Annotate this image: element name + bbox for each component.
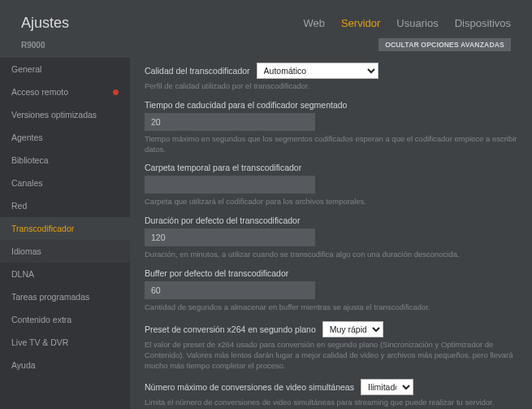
tab-usuarios[interactable]: Usuarios xyxy=(396,17,438,29)
sidebar-item-general[interactable]: General xyxy=(0,58,130,80)
warning-icon xyxy=(113,89,119,95)
duration-label: Duración por defecto del transcodificado… xyxy=(145,215,517,225)
tempdir-input[interactable] xyxy=(145,176,315,194)
sidebar-item-label: Transcodificador xyxy=(11,224,74,233)
sidebar-item-label: Biblioteca xyxy=(11,155,49,165)
maxconv-select[interactable]: Ilimitado xyxy=(361,379,413,395)
sidebar-item-red[interactable]: Red xyxy=(0,194,130,217)
tempdir-hint: Carpeta que utilizará el codificador par… xyxy=(145,197,517,207)
maxconv-hint: Limita el número de conversiones de vide… xyxy=(145,398,517,408)
sidebar-item-biblioteca[interactable]: Biblioteca xyxy=(0,149,130,172)
sidebar-item-idiomas[interactable]: Idiomas xyxy=(0,240,130,263)
quality-label: Calidad del transcodificador xyxy=(145,66,250,76)
sidebar-item-ayuda[interactable]: Ayuda xyxy=(0,354,130,376)
sidebar-item-label: Versiones optimizadas xyxy=(11,110,97,120)
subheader: R9000 OCULTAR OPCIONES AVANZADAS xyxy=(0,35,532,58)
server-name: R9000 xyxy=(21,41,45,50)
maxconv-label: Número máximo de conversiones de video s… xyxy=(145,382,354,392)
sidebar-item-label: DLNA xyxy=(11,269,34,279)
tab-dispositivos[interactable]: Dispositivos xyxy=(455,17,511,29)
timeout-label: Tiempo de caducidad para el codificador … xyxy=(145,100,517,110)
sidebar-item-label: General xyxy=(11,64,41,74)
duration-input[interactable] xyxy=(145,228,315,246)
tab-web[interactable]: Web xyxy=(303,17,325,29)
sidebar-item-canales[interactable]: Canales xyxy=(0,172,130,194)
sidebar-item-label: Tareas programadas xyxy=(11,292,89,302)
sidebar-item-label: Agentes xyxy=(11,133,43,142)
sidebar-item-label: Contenido extra xyxy=(11,315,71,324)
hide-advanced-button[interactable]: OCULTAR OPCIONES AVANZADAS xyxy=(378,38,511,51)
page-title: Ajustes xyxy=(21,15,69,32)
sidebar-item-label: Live TV & DVR xyxy=(11,337,68,347)
header-tabs: Web Servidor Usuarios Dispositivos xyxy=(303,17,511,29)
preset-hint: El valor de preset de x264 usado para co… xyxy=(145,340,517,371)
timeout-hint: Tiempo máximo en segundos que los segmen… xyxy=(145,134,517,155)
buffer-input[interactable] xyxy=(145,281,315,299)
sidebar-item-label: Red xyxy=(11,201,27,211)
sidebar-item-transcodificador[interactable]: Transcodificador xyxy=(0,217,130,240)
sidebar-item-versiones-optimizadas[interactable]: Versiones optimizadas xyxy=(0,103,130,126)
sidebar-item-label: Idiomas xyxy=(11,246,41,256)
preset-label: Preset de conversión x264 en segundo pla… xyxy=(145,324,316,334)
buffer-hint: Cantidad de segundos a almacenar en buff… xyxy=(145,302,517,313)
header: Ajustes Web Servidor Usuarios Dispositiv… xyxy=(0,0,532,35)
quality-select[interactable]: Automático xyxy=(257,63,378,79)
sidebar: General Acceso remoto Versiones optimiza… xyxy=(0,58,130,409)
sidebar-item-acceso-remoto[interactable]: Acceso remoto xyxy=(0,80,130,103)
timeout-input[interactable] xyxy=(145,113,315,131)
sidebar-item-live-tv-dvr[interactable]: Live TV & DVR xyxy=(0,331,130,354)
sidebar-item-label: Ayuda xyxy=(11,360,36,370)
duration-hint: Duración, en minutos, a utilizar cuando … xyxy=(145,250,517,260)
sidebar-item-label: Canales xyxy=(11,178,43,188)
sidebar-item-tareas-programadas[interactable]: Tareas programadas xyxy=(0,285,130,308)
content: Calidad del transcodificador Automático … xyxy=(130,58,532,409)
quality-hint: Perfil de calidad utilizado por el trans… xyxy=(145,81,517,92)
preset-select[interactable]: Muy rápido xyxy=(322,321,383,337)
tempdir-label: Carpeta temporal para el transcodificado… xyxy=(145,163,517,172)
sidebar-item-agentes[interactable]: Agentes xyxy=(0,126,130,149)
buffer-label: Buffer por defecto del transcodificador xyxy=(145,268,517,278)
sidebar-item-label: Acceso remoto xyxy=(11,87,68,97)
sidebar-item-dlna[interactable]: DLNA xyxy=(0,263,130,285)
tab-servidor[interactable]: Servidor xyxy=(341,17,380,29)
sidebar-item-contenido-extra[interactable]: Contenido extra xyxy=(0,308,130,331)
